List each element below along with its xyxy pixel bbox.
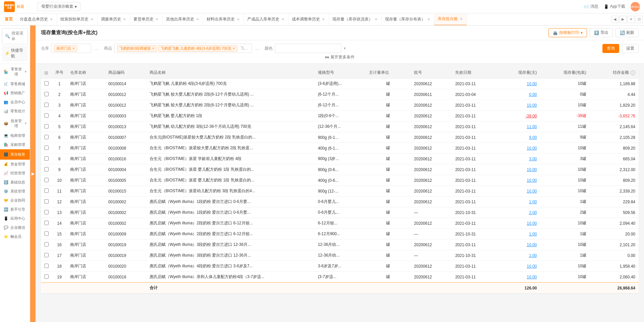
tab-other-out-history[interactable]: 其他出库单历史 ✕: [163, 13, 203, 25]
row-checkbox-input-15[interactable]: [44, 242, 49, 247]
row-checkbox-input-7[interactable]: [44, 156, 49, 161]
row-checkbox-input-4[interactable]: [44, 124, 49, 128]
sidebar-item-enterprise-wechat[interactable]: 💬 企业微信: [0, 223, 30, 232]
row-stock-main-14[interactable]: 1.00: [497, 229, 540, 239]
product-filter-more[interactable]: …: [254, 46, 261, 51]
row-checkbox-6[interactable]: [41, 143, 52, 154]
row-stock-main-11[interactable]: 1.00: [497, 197, 540, 207]
warehouse-more-dots[interactable]: …: [93, 46, 100, 51]
sidebar-item-basic[interactable]: ℹ️ 基础信息: [0, 178, 30, 187]
row-stock-main-9[interactable]: 10.00: [497, 175, 540, 186]
tab-close-material-out-history[interactable]: ✕: [236, 17, 240, 22]
row-stock-main-12[interactable]: 2.00: [497, 207, 540, 218]
sidebar-item-app-center[interactable]: 📱 应用中心: [0, 214, 30, 223]
row-stock-main-3[interactable]: -39.00: [497, 111, 540, 121]
row-stock-main-2[interactable]: 10.00: [497, 100, 540, 111]
sidebar-item-inventory[interactable]: 🗄️ 库存核算: [0, 149, 30, 160]
row-checkbox-3[interactable]: [41, 111, 52, 121]
row-checkbox-4[interactable]: [41, 121, 52, 132]
sidebar-item-members[interactable]: 👥 会员中心: [0, 98, 30, 107]
product-tag-1-close[interactable]: ✕: [152, 47, 155, 50]
sidebar-quick-nav[interactable]: ⚡ 快捷导航: [2, 46, 28, 61]
tab-inventory-history[interactable]: 分盘盘点单历史 ✕: [16, 13, 57, 25]
product-more-dots[interactable]: 飞...: [239, 46, 249, 51]
workspace-selector[interactable]: 母婴行业演示账套 ▾: [38, 2, 80, 11]
row-checkbox-input-5[interactable]: [44, 135, 49, 139]
row-checkbox-16[interactable]: [41, 250, 52, 261]
query-btn[interactable]: 查询: [602, 44, 619, 53]
row-checkbox-input-13[interactable]: [44, 221, 49, 225]
row-checkbox-9[interactable]: [41, 175, 52, 186]
tab-close-transfer-history[interactable]: ✕: [122, 17, 126, 22]
product-tag-2-close[interactable]: ✕: [232, 47, 235, 50]
sidebar-item-operation[interactable]: 📈 经营管理: [0, 169, 30, 178]
tab-batch-voucher[interactable]: 库存批次账 ✕: [434, 13, 467, 25]
row-checkbox-input-2[interactable]: [44, 103, 49, 107]
row-checkbox-input-9[interactable]: [44, 178, 49, 182]
tab-inventory-status[interactable]: 现存量（库存状况表） ✕: [329, 13, 382, 25]
row-checkbox-5[interactable]: [41, 132, 52, 143]
row-checkbox-0[interactable]: [41, 78, 52, 89]
sidebar-item-system[interactable]: ⚙️ 系统管理: [0, 187, 30, 196]
app-download-btn[interactable]: 📱 App下载: [604, 4, 625, 9]
tab-prev-btn[interactable]: ◀: [611, 16, 619, 23]
row-checkbox-input-18[interactable]: [44, 274, 49, 279]
tab-home[interactable]: 首页: [1, 13, 16, 25]
user-menu[interactable]: demo2: [631, 2, 640, 11]
row-stock-main-10[interactable]: 10.00: [497, 186, 540, 197]
row-checkbox-input-6[interactable]: [44, 146, 49, 150]
tab-close-inventory-status[interactable]: ✕: [374, 17, 378, 22]
row-checkbox-input-11[interactable]: [44, 199, 49, 204]
tab-inventory-dist[interactable]: 现存量（库存分布表） ✕: [382, 13, 434, 25]
row-stock-main-16[interactable]: 1.00: [497, 250, 540, 261]
expand-conditions-btn[interactable]: ▾▾ 展开更多条件: [320, 54, 360, 60]
row-stock-main-17[interactable]: 10.00: [497, 261, 540, 272]
tab-close-inventory-history[interactable]: ✕: [49, 17, 53, 22]
row-checkbox-8[interactable]: [41, 164, 52, 175]
row-checkbox-14[interactable]: [41, 229, 52, 239]
row-checkbox-input-8[interactable]: [44, 167, 49, 171]
refresh-btn[interactable]: 🔄 刷新: [615, 28, 639, 37]
row-checkbox-7[interactable]: [41, 154, 52, 164]
row-checkbox-input-0[interactable]: [44, 81, 49, 86]
row-checkbox-input-17[interactable]: [44, 264, 49, 268]
tab-material-out-history[interactable]: 材料出库单历史 ✕: [203, 13, 244, 25]
tab-close-require-history[interactable]: ✕: [155, 17, 159, 22]
warehouse-tag-container[interactable]: 南岸门店 ✕: [51, 44, 91, 53]
row-checkbox-2[interactable]: [41, 100, 52, 111]
row-stock-main-0[interactable]: 10.00: [497, 78, 540, 89]
sidebar-item-ecommerce[interactable]: 💻 电商管理: [0, 131, 30, 140]
color-tag-container[interactable]: [275, 44, 342, 53]
row-checkbox-17[interactable]: [41, 261, 52, 272]
row-checkbox-12[interactable]: [41, 207, 52, 218]
row-stock-main-5[interactable]: 9.00: [497, 132, 540, 143]
tab-cost-adjust-history[interactable]: 成本调整单历史 ✕: [288, 13, 329, 25]
tab-close-all-btn[interactable]: ✕: [627, 16, 635, 23]
tab-close-other-out-history[interactable]: ✕: [196, 17, 200, 22]
row-checkbox-10[interactable]: [41, 186, 52, 197]
print-btn[interactable]: 🖨️ 按模板打印 ▾: [548, 28, 587, 37]
row-stock-main-6[interactable]: 10.00: [497, 143, 540, 154]
row-stock-main-15[interactable]: 10.00: [497, 239, 540, 250]
row-stock-main-13[interactable]: 10.00: [497, 218, 540, 229]
messages-btn[interactable]: ✉️ 消息: [584, 4, 598, 9]
row-stock-main-8[interactable]: 10.00: [497, 164, 540, 175]
row-checkbox-15[interactable]: [41, 239, 52, 250]
column-settings-icon[interactable]: ⊞: [44, 70, 48, 75]
sidebar-item-wholesale[interactable]: 📦 批发管理 ▼: [0, 116, 30, 131]
product-tag-container[interactable]: 飞鹤奶粉3段两罐装 ✕ 飞鹤星飞帆 儿童奶粉 4段(3-6岁适用) 700克 ✕…: [114, 44, 252, 53]
row-stock-main-4[interactable]: 11.00: [497, 121, 540, 132]
balance-info-icon[interactable]: i: [631, 70, 635, 75]
sidebar-item-retail[interactable]: 🏪 零售管理 ▼: [0, 64, 30, 79]
row-checkbox-input-3[interactable]: [44, 113, 49, 118]
sidebar-item-vip[interactable]: ⭐ 畅会员: [0, 232, 30, 241]
row-stock-main-18[interactable]: 10.00: [497, 272, 540, 283]
row-checkbox-input-12[interactable]: [44, 210, 49, 214]
tab-close-cost-adjust-history[interactable]: ✕: [321, 17, 325, 22]
row-checkbox-input-14[interactable]: [44, 231, 49, 236]
sidebar-item-cooperation[interactable]: 🤝 企业协同: [0, 196, 30, 205]
row-checkbox-input-1[interactable]: [44, 92, 49, 96]
tab-transfer-history[interactable]: 调拨单历史 ✕: [98, 13, 130, 25]
tab-close-batch-voucher[interactable]: ✕: [459, 16, 463, 21]
row-checkbox-1[interactable]: [41, 89, 52, 100]
